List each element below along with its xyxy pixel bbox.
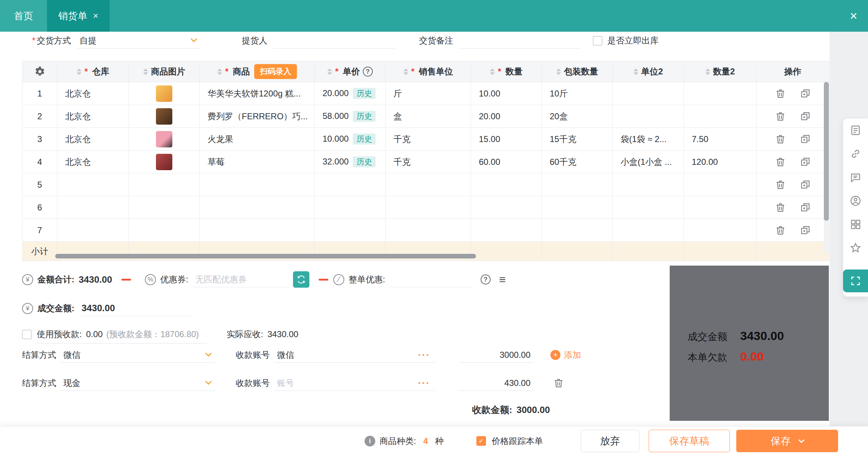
history-badge[interactable]: 历史: [353, 134, 376, 145]
minus-toggle-icon[interactable]: [121, 279, 131, 281]
abandon-button[interactable]: 放弃: [581, 430, 639, 452]
save-button[interactable]: 保存: [736, 430, 838, 452]
pack-qty-cell[interactable]: [542, 173, 613, 196]
sort-icon[interactable]: [143, 68, 148, 75]
sort-icon[interactable]: [327, 68, 332, 75]
sort-icon[interactable]: [705, 68, 710, 75]
product-cell[interactable]: [200, 219, 315, 242]
save-draft-button[interactable]: 保存草稿: [649, 430, 730, 452]
header-unit[interactable]: *销售单位: [386, 61, 471, 82]
copy-row-icon[interactable]: [800, 157, 811, 167]
delete-row-icon[interactable]: [775, 111, 786, 122]
help-icon[interactable]: [481, 274, 491, 284]
copy-row-icon[interactable]: [800, 111, 811, 122]
column-settings[interactable]: [22, 61, 57, 82]
tab-close-icon[interactable]: ×: [93, 10, 98, 21]
product-image-cell[interactable]: [129, 151, 200, 173]
delete-payment-icon[interactable]: [553, 378, 564, 388]
product-image-cell[interactable]: [129, 128, 200, 151]
unit-cell[interactable]: [386, 219, 471, 242]
copy-row-icon[interactable]: [800, 134, 811, 145]
warehouse-cell[interactable]: [57, 196, 129, 219]
sort-icon[interactable]: [77, 68, 82, 75]
unit-cell[interactable]: 千克: [386, 128, 471, 151]
link-icon[interactable]: [849, 148, 862, 160]
minus-toggle-icon[interactable]: [319, 279, 328, 281]
product-cell[interactable]: 草莓: [200, 151, 315, 173]
add-payment-button[interactable]: 添加: [550, 349, 581, 361]
qty2-cell[interactable]: [684, 173, 757, 196]
copy-row-icon[interactable]: [800, 179, 811, 190]
refresh-coupon-button[interactable]: [293, 271, 309, 288]
header-product[interactable]: *商品扫码录入: [200, 61, 315, 82]
settlement-method-select[interactable]: 微信: [61, 347, 216, 363]
warehouse-cell[interactable]: 北京仓: [57, 151, 129, 173]
qty-cell[interactable]: [471, 196, 542, 219]
order-discount-input[interactable]: [389, 272, 473, 287]
warehouse-cell[interactable]: 北京仓: [57, 105, 129, 128]
unit-cell[interactable]: 盒: [386, 105, 471, 128]
header-qty[interactable]: *数量: [471, 61, 542, 82]
unit2-cell[interactable]: [613, 219, 684, 242]
delivery-note-input[interactable]: [459, 33, 580, 48]
qty2-cell[interactable]: [684, 196, 757, 219]
copy-row-icon[interactable]: [800, 225, 811, 236]
product-cell[interactable]: 火龙果: [200, 128, 315, 151]
settlement-method-select[interactable]: 现金: [61, 375, 216, 391]
price-cell[interactable]: [315, 173, 386, 196]
header-unit2[interactable]: 单位2: [613, 61, 684, 82]
help-icon[interactable]: [363, 67, 373, 77]
tab-home[interactable]: 首页: [0, 0, 47, 32]
unit-cell[interactable]: 千克: [386, 151, 471, 173]
product-cell[interactable]: 华美华夫软饼1200g 糕...: [200, 82, 315, 105]
unit2-cell[interactable]: [613, 173, 684, 196]
vertical-scrollbar[interactable]: [824, 82, 829, 253]
product-image-cell[interactable]: [129, 196, 200, 219]
more-options-icon[interactable]: [418, 377, 430, 389]
deal-amount-field[interactable]: 3430.00: [79, 300, 193, 316]
price-cell[interactable]: [315, 196, 386, 219]
unit2-cell[interactable]: [613, 82, 684, 105]
window-close-icon[interactable]: ×: [845, 0, 862, 32]
qty-cell[interactable]: 60.00: [471, 151, 542, 173]
history-badge[interactable]: 历史: [353, 88, 376, 99]
payment-amount-input[interactable]: 430.00: [459, 375, 534, 391]
document-icon[interactable]: [849, 124, 862, 136]
copy-row-icon[interactable]: [800, 88, 811, 99]
apps-icon[interactable]: [849, 218, 862, 230]
delete-row-icon[interactable]: [775, 134, 786, 145]
gear-icon[interactable]: [35, 66, 45, 77]
menu-icon[interactable]: [499, 273, 506, 286]
pack-qty-cell[interactable]: 15千克: [542, 128, 613, 151]
advance-payment-field[interactable]: 使用预收款: 0.00 (预收款金额：18706.80): [37, 325, 206, 344]
history-badge[interactable]: 历史: [353, 156, 376, 167]
contact-icon[interactable]: [849, 195, 862, 207]
price-cell[interactable]: 20.000历史: [315, 82, 386, 105]
qty-cell[interactable]: [471, 219, 542, 242]
warehouse-cell[interactable]: [57, 219, 129, 242]
delivery-method-select[interactable]: 自提: [77, 33, 201, 48]
delete-row-icon[interactable]: [775, 157, 786, 167]
payment-amount-input[interactable]: 3000.00: [459, 347, 534, 363]
product-image-cell[interactable]: [129, 105, 200, 128]
header-pack-qty[interactable]: 包装数量: [542, 61, 613, 82]
pack-qty-cell[interactable]: 60千克: [542, 151, 613, 173]
warehouse-cell[interactable]: 北京仓: [57, 82, 129, 105]
account-select[interactable]: 账号: [274, 375, 435, 391]
product-cell[interactable]: 费列罗（FERRERO）巧...: [200, 105, 315, 128]
header-qty2[interactable]: 数量2: [684, 61, 757, 82]
price-cell[interactable]: [315, 219, 386, 242]
qty-cell[interactable]: 15.00: [471, 128, 542, 151]
header-price[interactable]: *单价: [315, 61, 386, 82]
product-cell[interactable]: [200, 173, 315, 196]
price-cell[interactable]: 32.000历史: [315, 151, 386, 173]
message-icon[interactable]: [849, 171, 862, 183]
qty2-cell[interactable]: [684, 82, 757, 105]
header-image[interactable]: 商品图片: [129, 61, 200, 82]
header-warehouse[interactable]: *仓库: [57, 61, 129, 82]
product-image-cell[interactable]: [129, 82, 200, 105]
unit2-cell[interactable]: [613, 105, 684, 128]
qty2-cell[interactable]: 7.50: [684, 128, 757, 151]
tab-sales-order[interactable]: 销货单 ×: [47, 0, 110, 32]
price-cell[interactable]: 58.000历史: [315, 105, 386, 128]
